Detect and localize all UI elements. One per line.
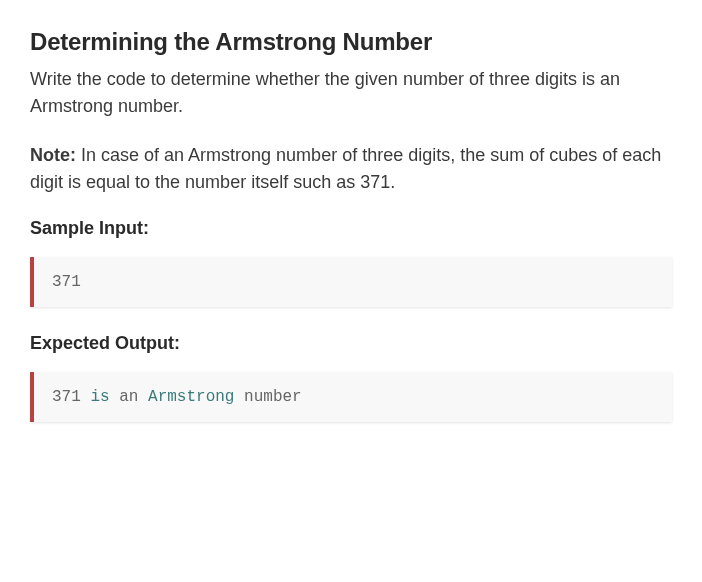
page-title: Determining the Armstrong Number	[30, 28, 672, 56]
sample-input-value: 371	[52, 273, 81, 291]
output-token-an: an	[119, 388, 138, 406]
output-token-num: 371	[52, 388, 81, 406]
note-label: Note:	[30, 145, 76, 165]
output-token-is: is	[90, 388, 109, 406]
note-text: In case of an Armstrong number of three …	[30, 145, 661, 192]
output-token-number: number	[244, 388, 302, 406]
expected-output-label: Expected Output:	[30, 333, 672, 354]
problem-description: Write the code to determine whether the …	[30, 66, 672, 120]
sample-input-block: 371	[30, 257, 672, 307]
expected-output-block: 371 is an Armstrong number	[30, 372, 672, 422]
problem-note: Note: In case of an Armstrong number of …	[30, 142, 672, 196]
sample-input-label: Sample Input:	[30, 218, 672, 239]
output-token-armstrong: Armstrong	[148, 388, 234, 406]
